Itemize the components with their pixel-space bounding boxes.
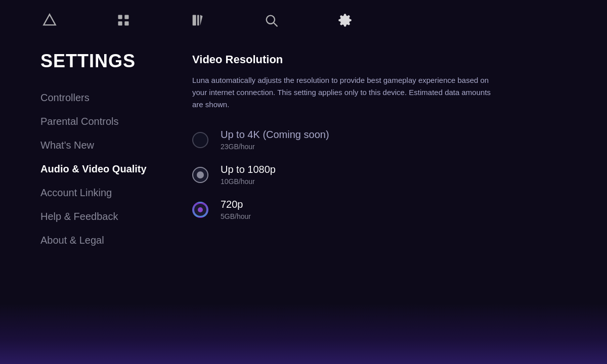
svg-rect-3 bbox=[118, 21, 122, 25]
resolution-1080p-text: Up to 1080p 10GB/hour bbox=[221, 164, 276, 186]
svg-rect-4 bbox=[124, 21, 128, 25]
radio-button-4k[interactable] bbox=[192, 132, 208, 148]
radio-button-720p[interactable] bbox=[192, 202, 208, 218]
svg-rect-5 bbox=[193, 15, 196, 26]
sidebar-item-account-linking[interactable]: Account Linking bbox=[40, 182, 182, 204]
main-content: SETTINGS Controllers Parental Controls W… bbox=[0, 40, 607, 364]
svg-marker-0 bbox=[44, 14, 55, 25]
top-navigation bbox=[0, 0, 607, 40]
svg-line-8 bbox=[274, 23, 277, 26]
settings-gear-icon[interactable] bbox=[336, 11, 354, 29]
resolution-option-4k[interactable]: Up to 4K (Coming soon) 23GB/hour bbox=[192, 129, 567, 151]
sidebar-navigation: Controllers Parental Controls What's New… bbox=[40, 87, 182, 251]
svg-rect-6 bbox=[197, 15, 199, 26]
section-description: Luna automatically adjusts the resolutio… bbox=[192, 74, 496, 111]
resolution-720p-text: 720p 5GB/hour bbox=[221, 199, 251, 220]
content-panel: Video Resolution Luna automatically adju… bbox=[182, 51, 567, 364]
radio-button-1080p[interactable] bbox=[192, 167, 208, 183]
sidebar-item-help-feedback[interactable]: Help & Feedback bbox=[40, 206, 182, 228]
home-grid-icon[interactable] bbox=[114, 11, 133, 29]
search-icon[interactable] bbox=[262, 11, 280, 29]
sidebar-item-audio-video[interactable]: Audio & Video Quality bbox=[40, 158, 182, 180]
svg-rect-2 bbox=[124, 15, 128, 19]
resolution-options: Up to 4K (Coming soon) 23GB/hour Up to 1… bbox=[192, 129, 567, 220]
svg-rect-1 bbox=[118, 15, 122, 19]
resolution-4k-sublabel: 23GB/hour bbox=[221, 143, 329, 151]
resolution-option-720p[interactable]: 720p 5GB/hour bbox=[192, 199, 567, 220]
sidebar: SETTINGS Controllers Parental Controls W… bbox=[40, 51, 182, 364]
sidebar-item-whats-new[interactable]: What's New bbox=[40, 134, 182, 156]
resolution-720p-label: 720p bbox=[221, 199, 251, 210]
logo-icon[interactable] bbox=[40, 11, 59, 29]
resolution-4k-text: Up to 4K (Coming soon) 23GB/hour bbox=[221, 129, 329, 151]
resolution-1080p-sublabel: 10GB/hour bbox=[221, 177, 276, 186]
sidebar-item-parental-controls[interactable]: Parental Controls bbox=[40, 111, 182, 132]
resolution-4k-label: Up to 4K (Coming soon) bbox=[221, 129, 329, 141]
resolution-option-1080p[interactable]: Up to 1080p 10GB/hour bbox=[192, 164, 567, 186]
settings-title: SETTINGS bbox=[40, 51, 182, 72]
resolution-720p-sublabel: 5GB/hour bbox=[221, 212, 251, 220]
resolution-1080p-label: Up to 1080p bbox=[221, 164, 276, 175]
sidebar-item-controllers[interactable]: Controllers bbox=[40, 87, 182, 109]
library-icon[interactable] bbox=[188, 11, 206, 29]
sidebar-item-about-legal[interactable]: About & Legal bbox=[40, 230, 182, 251]
section-title: Video Resolution bbox=[192, 53, 567, 66]
